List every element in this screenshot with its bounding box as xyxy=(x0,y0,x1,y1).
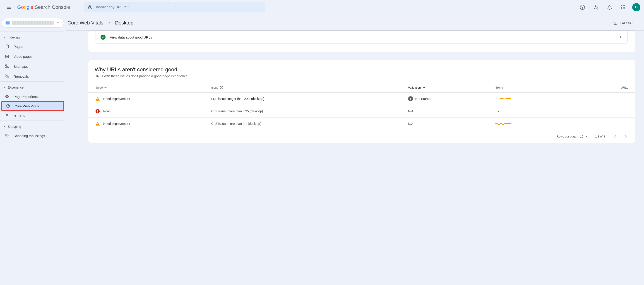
account-avatar[interactable]: D xyxy=(632,3,640,11)
download-icon xyxy=(613,21,618,25)
export-button[interactable]: EXPORT xyxy=(613,21,633,25)
issues-title: Why URLs aren't considered good xyxy=(95,66,188,73)
sidebar-item-label: Sitemaps xyxy=(14,65,28,68)
sidebar: IndexingPagesVideo pagesSitemapsRemovals… xyxy=(0,15,66,285)
error-circle-icon xyxy=(95,109,100,114)
sidebar-item-core-web-vitals[interactable]: Core Web Vitals xyxy=(1,101,64,111)
urls-cell xyxy=(569,118,635,130)
filter-button[interactable] xyxy=(623,66,628,73)
svg-point-21 xyxy=(6,135,6,135)
svg-rect-26 xyxy=(97,100,98,100)
sidebar-item-pages[interactable]: Pages xyxy=(0,42,63,52)
good-urls-card: View data about good URLs xyxy=(88,31,635,52)
apps-button[interactable] xyxy=(619,3,628,12)
nav-group-experience[interactable]: Experience xyxy=(0,83,66,92)
table-row[interactable]: PoorCLS issue: more than 0.25 (desktop)N… xyxy=(88,105,635,118)
svg-point-11 xyxy=(623,9,624,9)
sidebar-item-label: Pages xyxy=(14,45,23,49)
chevron-down-icon xyxy=(585,134,589,138)
svg-point-8 xyxy=(623,7,624,8)
svg-point-7 xyxy=(621,7,622,8)
table-row[interactable]: Need improvementCLS issue: more than 0.1… xyxy=(88,118,635,130)
severity-label: Poor xyxy=(103,109,110,113)
issue-label: LCP issue: longer than 2.5s (desktop) xyxy=(208,93,405,105)
main-content: Core Web Vitals Desktop EXPORT View data… xyxy=(66,15,644,285)
help-icon xyxy=(220,86,223,89)
breadcrumb-parent[interactable]: Core Web Vitals xyxy=(68,20,103,26)
nav-group-indexing[interactable]: Indexing xyxy=(0,33,66,42)
col-urls: URLs xyxy=(569,83,635,93)
svg-point-5 xyxy=(623,5,624,6)
svg-rect-30 xyxy=(97,123,98,124)
sidebar-item-label: Core Web Vitals xyxy=(14,104,39,108)
sparkline-icon xyxy=(496,109,511,114)
svg-rect-16 xyxy=(8,67,8,68)
chevron-right-icon xyxy=(624,134,628,139)
validation-cell: N/A xyxy=(405,118,493,130)
help-button[interactable] xyxy=(578,3,587,12)
sidebar-divider xyxy=(0,31,64,32)
next-page-button[interactable] xyxy=(622,133,630,140)
svg-point-6 xyxy=(624,5,625,6)
warning-triangle-icon xyxy=(95,96,100,101)
menu-icon xyxy=(6,5,12,10)
breadcrumb: Core Web Vitals Desktop xyxy=(68,20,133,26)
svg-point-4 xyxy=(621,5,622,6)
sidebar-item-page-experience[interactable]: Page Experience xyxy=(0,92,63,102)
nav-group-shopping[interactable]: Shopping xyxy=(0,123,66,131)
url-inspect-search[interactable] xyxy=(84,2,266,13)
notifications-button[interactable] xyxy=(605,3,614,12)
sidebar-item-label: Removals xyxy=(14,75,29,78)
svg-rect-15 xyxy=(6,67,6,68)
validation-cell: N/A xyxy=(405,105,493,118)
svg-point-18 xyxy=(6,96,8,97)
app-header: Google Search Console D xyxy=(0,0,644,15)
svg-point-12 xyxy=(624,9,625,9)
issues-card: Why URLs aren't considered good URLs wit… xyxy=(88,60,635,143)
sitemaps-icon xyxy=(4,64,10,69)
col-issue[interactable]: Issue xyxy=(208,83,405,93)
rows-per-page-select[interactable]: 10 xyxy=(580,134,588,138)
property-name-redacted xyxy=(12,21,54,25)
sidebar-item-video-pages[interactable]: Video pages xyxy=(0,52,63,61)
view-good-urls-row[interactable]: View data about good URLs xyxy=(96,31,628,44)
chevron-right-icon xyxy=(618,35,623,40)
hamburger-menu-button[interactable] xyxy=(4,2,14,13)
circle-icon xyxy=(4,94,10,99)
issue-label: CLS issue: more than 0.25 (desktop) xyxy=(208,105,405,118)
export-label: EXPORT xyxy=(620,21,633,25)
trend-cell xyxy=(493,105,569,118)
removals-icon xyxy=(4,74,10,79)
urls-cell xyxy=(569,93,635,105)
search-input[interactable] xyxy=(96,5,262,9)
sidebar-divider xyxy=(0,121,64,121)
property-selector[interactable] xyxy=(2,18,64,28)
sidebar-item-shopping-tab-listings[interactable]: Shopping tab listings xyxy=(0,131,63,141)
sidebar-item-https[interactable]: HTTPS xyxy=(0,111,63,121)
sidebar-item-label: Shopping tab listings xyxy=(14,134,45,138)
sidebar-item-sitemaps[interactable]: Sitemaps xyxy=(0,61,63,71)
prev-page-button[interactable] xyxy=(612,133,619,140)
breadcrumb-current: Desktop xyxy=(115,20,133,26)
sparkline-icon xyxy=(496,96,511,101)
urls-cell xyxy=(569,105,635,118)
logo: Google Search Console xyxy=(17,4,70,10)
table-row[interactable]: Need improvementLCP issue: longer than 2… xyxy=(88,93,635,105)
bell-icon xyxy=(607,5,612,10)
not-started-icon: ! xyxy=(408,96,413,101)
pages-icon xyxy=(4,44,10,49)
tag-icon xyxy=(4,133,10,138)
page-header: Core Web Vitals Desktop EXPORT xyxy=(66,15,644,30)
sidebar-item-removals[interactable]: Removals xyxy=(0,71,63,81)
chevron-left-icon xyxy=(612,134,618,139)
col-severity: Severity xyxy=(88,83,208,93)
svg-point-24 xyxy=(222,88,222,88)
search-icon xyxy=(88,5,93,10)
issues-subtitle: URLs with these issues don't provide a g… xyxy=(95,74,188,78)
col-validation[interactable]: Validation xyxy=(405,83,493,93)
col-trend: Trend xyxy=(493,83,569,93)
person-gear-icon xyxy=(593,5,599,10)
issue-label: CLS issue: more than 0.1 (desktop) xyxy=(208,118,405,130)
users-settings-button[interactable] xyxy=(592,3,600,12)
chevron-right-icon xyxy=(107,21,112,25)
